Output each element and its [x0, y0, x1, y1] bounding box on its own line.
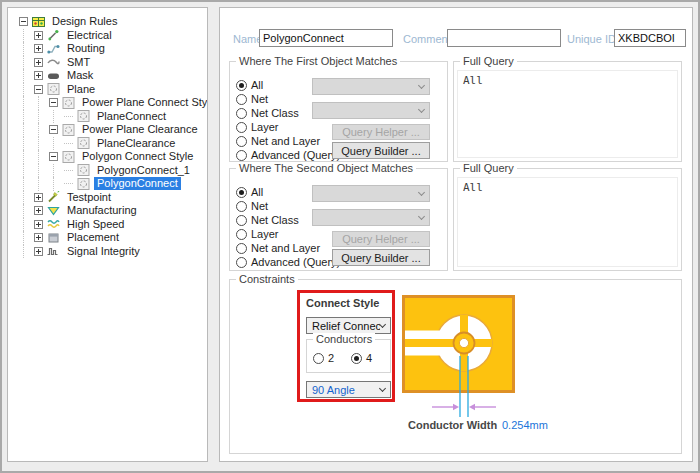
radio-icon[interactable]	[236, 94, 247, 105]
radio-label: Advanced (Query)	[251, 149, 340, 161]
name-input[interactable]	[259, 29, 393, 47]
radio-advanced-query[interactable]: Advanced (Query)	[236, 148, 340, 162]
electrical-icon	[46, 29, 61, 42]
tree-item-manufacturing[interactable]: Manufacturing	[19, 204, 207, 218]
radio-net-and-layer[interactable]: Net and Layer	[236, 241, 340, 255]
group-title: Full Query	[460, 162, 517, 174]
tree-item-signal-integrity[interactable]: Signal Integrity	[19, 245, 207, 259]
expand-icon[interactable]	[34, 31, 43, 40]
tree-item-testpoint[interactable]: Testpoint	[19, 191, 207, 205]
unique-id-input[interactable]	[614, 29, 686, 47]
radio-label: All	[251, 186, 263, 198]
radio-conductors-4[interactable]: 4	[351, 351, 372, 365]
radio-label: Advanced (Query)	[251, 256, 340, 268]
connect-style-value: Relief Connect	[312, 320, 380, 332]
expand-icon[interactable]	[34, 233, 43, 242]
expand-icon[interactable]	[34, 44, 43, 53]
rule-icon	[46, 83, 61, 96]
placement-icon	[46, 231, 61, 244]
rule-icon	[76, 164, 91, 177]
conductor-width-value[interactable]: 0.254mm	[502, 419, 548, 431]
radio-icon[interactable]	[236, 257, 247, 268]
tree-item-polygonconnect[interactable]: PolygonConnect	[19, 177, 207, 191]
collapse-icon[interactable]	[49, 152, 58, 161]
group-title: Where The First Object Matches	[236, 55, 400, 67]
query-builder-button[interactable]: Query Builder ...	[332, 249, 430, 266]
connect-style-label: Connect Style	[306, 297, 379, 309]
radio-net-and-layer[interactable]: Net and Layer	[236, 134, 340, 148]
routing-icon	[46, 42, 61, 55]
net-dropdown-disabled	[312, 185, 430, 202]
relief-connect-preview	[402, 295, 515, 425]
radio-icon[interactable]	[236, 229, 247, 240]
chevron-down-icon	[418, 189, 425, 196]
tree-item-high-speed[interactable]: High Speed	[19, 218, 207, 232]
tree-item-mask[interactable]: Mask	[19, 69, 207, 83]
tree-item-power-plane-connect-style[interactable]: Power Plane Connect Style	[19, 96, 207, 110]
chevron-down-icon	[418, 213, 425, 220]
radio-label: Net Class	[251, 107, 299, 119]
query-helper-button: Query Helper ...	[332, 231, 430, 247]
radio-icon[interactable]	[236, 187, 247, 198]
expand-icon[interactable]	[34, 58, 43, 67]
constraints-group: Constraints Connect Style Relief Connect…	[229, 279, 682, 454]
radio-icon[interactable]	[236, 243, 247, 254]
expand-icon[interactable]	[34, 193, 43, 202]
expand-icon[interactable]	[34, 247, 43, 256]
radio-icon[interactable]	[236, 136, 247, 147]
group-title: Full Query	[460, 55, 517, 67]
tree-item-design-rules[interactable]: Design Rules	[19, 15, 207, 29]
tree-item-planeclearance[interactable]: PlaneClearance	[19, 137, 207, 151]
design-rules-icon	[31, 15, 46, 28]
radio-icon[interactable]	[236, 150, 247, 161]
group-title: Constraints	[236, 273, 298, 285]
query-builder-button[interactable]: Query Builder ...	[332, 142, 430, 159]
radio-conductors-2[interactable]: 2	[313, 351, 334, 365]
radio-icon[interactable]	[236, 215, 247, 226]
collapse-icon[interactable]	[19, 17, 28, 26]
tree-item-label: Manufacturing	[64, 204, 140, 217]
radio-layer[interactable]: Layer	[236, 120, 340, 134]
tree-item-routing[interactable]: Routing	[19, 42, 207, 56]
expand-icon[interactable]	[34, 71, 43, 80]
tree-item-label: Testpoint	[64, 191, 114, 204]
collapse-icon[interactable]	[49, 125, 58, 134]
radio-icon[interactable]	[236, 80, 247, 91]
tree-item-polygon-connect-style[interactable]: Polygon Connect Style	[19, 150, 207, 164]
design-rules-tree: Design Rules Electrical Routing SMT Mask	[7, 7, 208, 462]
tree-item-label: Mask	[64, 69, 96, 82]
query-helper-button: Query Helper ...	[332, 124, 430, 140]
tree-item-label: Plane	[64, 83, 98, 96]
radio-layer[interactable]: Layer	[236, 227, 340, 241]
collapse-icon[interactable]	[49, 98, 58, 107]
group-title: Where The Second Object Matches	[236, 162, 416, 174]
expand-icon[interactable]	[34, 206, 43, 215]
tree-item-label: Signal Integrity	[64, 245, 143, 258]
radio-icon[interactable]	[236, 122, 247, 133]
conductors-group: Conductors 2 4	[306, 339, 391, 373]
tree-item-plane[interactable]: Plane	[19, 83, 207, 97]
tree-item-planeconnect[interactable]: PlaneConnect	[19, 110, 207, 124]
full-query-group-2: Full Query All	[453, 168, 682, 271]
smt-icon	[46, 56, 61, 69]
second-object-matches-group: Where The Second Object Matches All Net …	[229, 168, 448, 271]
radio-icon[interactable]	[313, 353, 324, 364]
tree-item-polygonconnect-1[interactable]: PolygonConnect_1	[19, 164, 207, 178]
collapse-icon[interactable]	[34, 85, 43, 94]
tree-item-electrical[interactable]: Electrical	[19, 29, 207, 43]
radio-advanced-query[interactable]: Advanced (Query)	[236, 255, 340, 269]
radio-label: Layer	[251, 228, 279, 240]
tree-item-smt[interactable]: SMT	[19, 56, 207, 70]
comment-input[interactable]	[447, 29, 561, 47]
radio-icon[interactable]	[351, 353, 362, 364]
connect-style-dropdown[interactable]: Relief Connect	[306, 317, 391, 334]
tree-item-power-plane-clearance[interactable]: Power Plane Clearance	[19, 123, 207, 137]
radio-label: Net and Layer	[251, 242, 320, 254]
tree-item-label: Electrical	[64, 29, 115, 42]
radio-icon[interactable]	[236, 201, 247, 212]
tree-item-placement[interactable]: Placement	[19, 231, 207, 245]
relief-angle-dropdown[interactable]: 90 Angle	[306, 381, 391, 398]
expand-icon[interactable]	[34, 220, 43, 229]
radio-icon[interactable]	[236, 108, 247, 119]
tree-item-label-selected: PolygonConnect	[94, 177, 181, 190]
